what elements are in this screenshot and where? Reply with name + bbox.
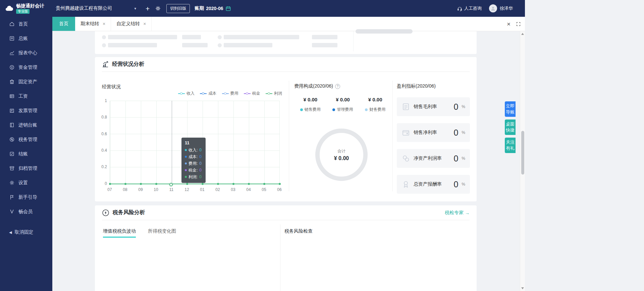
tax-risk-check-title: 税务风险检查 [284, 228, 313, 234]
net-margin-icon [401, 128, 410, 137]
sidebar-item-member[interactable]: 畅会员 [0, 204, 52, 219]
tab-close-icon[interactable]: × [103, 21, 105, 27]
metric-return-on-equity: 净资产利润率 0 % [397, 149, 470, 168]
tab-income-tax-chart[interactable]: 所得税变化图 [148, 228, 176, 234]
sidebar-item-daybook[interactable]: 进销台账 [0, 118, 52, 132]
help-icon[interactable]: ? [335, 84, 340, 89]
sidebar-item-general-ledger[interactable]: 总账 [0, 31, 52, 46]
gear-icon[interactable] [155, 5, 161, 11]
tax-card-title: 税务风险分析 [113, 209, 145, 216]
period-value[interactable]: 2020-06 [206, 6, 223, 11]
tab-close-icon[interactable]: × [143, 21, 146, 27]
sidebar-item-guide[interactable]: 新手引导 [0, 190, 52, 204]
donut-center-label: 合计 [337, 148, 345, 154]
legend-item-profit[interactable]: 利润 [266, 91, 282, 96]
sidebar-item-closing[interactable]: 结账 [0, 147, 52, 161]
expense-section-title: 费用构成(2020/06) ? [294, 83, 340, 89]
series-dot-icon [185, 176, 187, 178]
y-tick: 0.4 [96, 148, 107, 153]
dot-icon [300, 108, 303, 111]
fullscreen-icon[interactable] [516, 21, 521, 27]
tab-vat-fluctuation[interactable]: 增值税税负波动 [103, 228, 136, 234]
add-icon[interactable]: + [146, 5, 150, 12]
switch-old-version-button[interactable]: 切到旧版 [166, 4, 190, 13]
legend-item-expense[interactable]: 费用 [222, 91, 238, 96]
tab-home[interactable]: 首页 [52, 17, 75, 31]
salary-icon [9, 93, 15, 99]
metric-value: 0 [453, 154, 458, 163]
sidebar-item-label: 总账 [18, 36, 28, 42]
calendar-icon[interactable] [225, 6, 231, 11]
accounting-period: 账期 2020-06 [195, 5, 231, 11]
funds-icon [9, 64, 15, 70]
legend-item-sales-expense[interactable]: 销售费用 [300, 107, 321, 112]
unpin-sidebar-button[interactable]: ◀ 取消固定 [9, 229, 33, 235]
follow-gift-button[interactable]: 关注有礼 [505, 138, 516, 153]
sidebar-item-funds[interactable]: 资金管理 [0, 60, 52, 75]
avatar[interactable] [489, 4, 497, 12]
tooltip-row: 费用0 [185, 160, 202, 167]
close-icon[interactable]: × [507, 21, 511, 27]
line-chart-title: 经营状况 [102, 84, 121, 90]
legend-item-cost[interactable]: 成本 [200, 91, 216, 96]
tab-label: 自定义结转 [116, 21, 140, 27]
skeleton-bar [182, 43, 208, 47]
business-card-title: 经营状况分析 [112, 61, 144, 68]
data-point [232, 183, 234, 185]
legend-marker-icon [244, 92, 251, 95]
tax-expert-link[interactable]: 税检专家 → [445, 210, 470, 216]
legend-item-finance-expense[interactable]: 财务费用 [365, 107, 385, 112]
expense-amount: ¥ 0.00 [303, 97, 317, 102]
chevron-down-icon: ▾ [134, 6, 136, 11]
sidebar-item-label: 税务管理 [18, 137, 37, 143]
scroll-up-icon[interactable] [521, 33, 524, 35]
x-tick: 04 [243, 187, 254, 192]
sidebar-item-archive[interactable]: 归档管理 [0, 161, 52, 176]
headset-icon [457, 6, 463, 11]
legend-item-admin-expense[interactable]: 管理费用 [332, 107, 353, 112]
metric-return-on-assets: 总资产报酬率 0 % [397, 175, 470, 194]
desktop-shortcut-button[interactable]: 桌面快捷 [505, 119, 516, 135]
scrollbar-thumb[interactable] [521, 131, 524, 175]
legend-marker-icon [266, 92, 272, 95]
profit-section-title: 盈利指标(2020/06) [397, 83, 436, 89]
series-dot-icon [185, 156, 187, 158]
return-on-assets-icon [401, 180, 410, 189]
sidebar-item-home[interactable]: 首页 [0, 17, 52, 31]
dot-icon [332, 108, 335, 111]
sidebar-item-invoices[interactable]: 发票管理 [0, 103, 52, 118]
tab-custom-carryover[interactable]: 自定义结转 × [111, 17, 152, 31]
sidebar-item-fixed-assets[interactable]: 固定资产 [0, 75, 52, 89]
scroll-down-icon[interactable] [521, 287, 524, 289]
tab-period-end-carryover[interactable]: 期末结转 × [75, 17, 111, 31]
sidebar-item-salary[interactable]: 工资 [0, 89, 52, 103]
skeleton-bar [108, 43, 157, 47]
x-tick: 02 [212, 187, 223, 192]
company-selector[interactable]: 贵州腾越建设工程有限公司 ▾ [56, 5, 136, 11]
chart-tooltip: 11 收入0 成本0 费用0 税金0 利润0 [181, 138, 206, 183]
donut-center-value: ¥ 0.00 [334, 155, 349, 161]
legend-item-tax[interactable]: 税金 [244, 91, 260, 96]
legend-marker-icon [222, 92, 229, 95]
column-divider [289, 81, 289, 191]
metric-unit: % [462, 182, 465, 187]
dot-icon [365, 108, 368, 111]
support-link[interactable]: 人工咨询 [457, 5, 482, 11]
import-accounts-button[interactable]: 立即导账 [505, 101, 516, 117]
scrollbar[interactable] [520, 31, 525, 291]
business-status-card: 经营状况分析 经营状况 收入 成本 费用 税金 利润 1 0.8 0.6 0.4… [95, 57, 477, 201]
company-name: 贵州腾越建设工程有限公司 [56, 5, 112, 11]
tax-card-header: 税务风险分析 税检专家 → [102, 205, 470, 220]
tax-risk-card: 税务风险分析 税检专家 → 增值税税负波动 所得税变化图 税务风险检查 [95, 205, 477, 291]
data-point [217, 183, 219, 185]
home-icon [9, 21, 15, 27]
sidebar-item-report-center[interactable]: 报表中心 [0, 46, 52, 60]
sidebar-item-label: 畅会员 [18, 209, 33, 215]
username[interactable]: 徐泽华 [500, 5, 513, 11]
legend-item-income[interactable]: 收入 [178, 91, 195, 96]
sidebar-item-settings[interactable]: 设置 [0, 176, 52, 190]
return-on-equity-icon [401, 154, 410, 163]
bar-chart-icon [102, 61, 109, 68]
expense-amount: ¥ 0.00 [368, 97, 382, 102]
sidebar-item-tax[interactable]: 税务管理 [0, 132, 52, 147]
